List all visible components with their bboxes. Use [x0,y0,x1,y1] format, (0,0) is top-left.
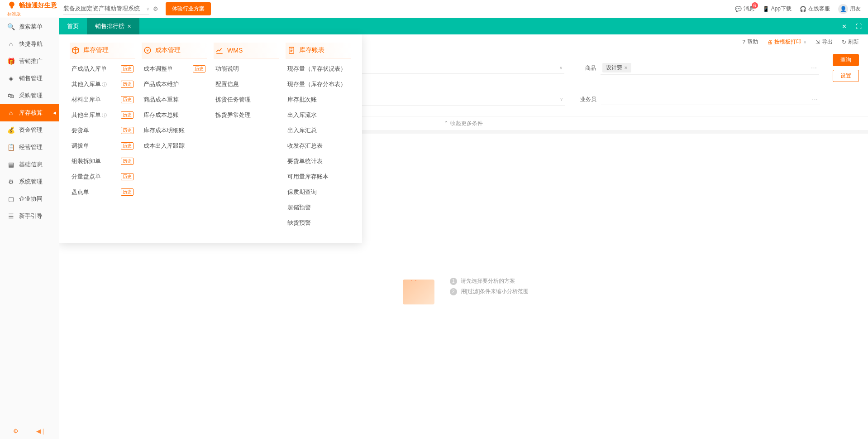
history-badge[interactable]: 历史 [121,142,134,150]
menu-item[interactable]: 现存量（库存分布表） [286,77,351,92]
history-badge[interactable]: 历史 [121,173,134,180]
menu-item[interactable]: 材料出库单历史 [70,92,135,107]
remove-tag-icon[interactable]: ✕ [624,65,628,70]
sidebar-item-sales[interactable]: ◈销售管理 [0,70,59,87]
print-template-button[interactable]: 🖨按模板打印∨ [767,38,806,46]
menu-item[interactable]: 可用量库存账本 [286,169,351,184]
help-button[interactable]: ?帮助 [742,38,758,46]
amount-dropdown[interactable]: 金额∨ [346,93,565,106]
more-icon[interactable]: ⋯ [812,96,818,102]
export-button[interactable]: ⇲导出 [816,38,833,46]
print-icon: 🖨 [767,39,773,45]
menu-item[interactable]: 超储预警 [286,200,351,215]
menu-item[interactable]: 库存批次账 [286,92,351,107]
close-icon[interactable]: ✕ [127,24,131,29]
menu-item[interactable]: 库存成本总账 [142,107,207,123]
settings-gear-icon[interactable]: ⚙ [153,5,158,12]
menu-item[interactable]: 要货单统计表 [286,154,351,169]
sidebar-item-basedata[interactable]: ▤基础信息 [0,156,59,173]
history-badge[interactable]: 历史 [121,81,134,88]
tab-home[interactable]: 首页 [59,18,87,34]
menu-item-label: 现存量（库存分布表） [287,80,346,88]
app-logo[interactable]: 畅捷通好生意 [7,1,59,10]
sidebar-item-label: 经营管理 [19,143,43,151]
tab-label: 首页 [67,22,79,30]
online-service-label: 在线客服 [808,5,830,13]
menu-item[interactable]: 现存量（库存状况表） [286,61,351,77]
menu-item[interactable]: 出入库汇总 [286,123,351,138]
history-badge[interactable]: 历史 [121,188,134,196]
sidebar-item-system[interactable]: ⚙系统管理 [0,173,59,190]
history-badge[interactable]: 历史 [121,111,134,119]
menu-item[interactable]: 其他出库单ⓘ历史 [70,107,135,123]
step-text: 用[过滤]条件来缩小分析范围 [461,288,529,295]
sidebar-item-inventory[interactable]: ⌂库存核算 [0,104,59,121]
online-service-link[interactable]: 🎧 在线客服 [800,5,830,13]
sidebar-item-marketing[interactable]: 🎁营销推广 [0,53,59,70]
sidebar-item-search[interactable]: 🔍搜索菜单 [0,18,59,35]
menu-item[interactable]: 配置信息 [214,77,279,92]
menu-item-label: 拣货异常处理 [215,111,251,119]
inventory-mega-menu: 库存管理 产成品入库单历史其他入库单ⓘ历史材料出库单历史其他出库单ⓘ历史要货单历… [59,34,362,243]
more-icon[interactable]: ⋯ [811,64,817,71]
sidebar-item-guide[interactable]: ☰新手引导 [0,207,59,225]
menu-item-label: 盘点单 [72,188,89,196]
menu-item[interactable]: 出入库流水 [286,107,351,123]
menu-col-header: WMS [214,43,279,58]
logo-icon [7,1,16,10]
menu-item[interactable]: 拣货任务管理 [214,92,279,107]
menu-item[interactable]: 组装拆卸单历史 [70,154,135,169]
fullscreen-icon[interactable]: ⛶ [854,21,863,32]
menu-item[interactable]: 要货单历史 [70,123,135,138]
history-badge[interactable]: 历史 [121,96,134,103]
menu-item[interactable]: 功能说明 [214,61,279,77]
sidebar-item-purchase[interactable]: 🛍采购管理 [0,87,59,104]
menu-item[interactable]: 拣货异常处理 [214,107,279,123]
history-badge[interactable]: 历史 [193,65,205,72]
history-badge[interactable]: 历史 [121,158,134,165]
settings-icon[interactable]: ⚙ [13,428,19,434]
menu-item[interactable]: 其他入库单ⓘ历史 [70,77,135,92]
menu-item[interactable]: 成本出入库跟踪 [142,138,207,154]
menu-item[interactable]: 产品成本维护 [142,77,207,92]
menu-item[interactable]: 缺货预警 [286,215,351,231]
sidebar-item-quicknav[interactable]: ⌂快捷导航 [0,35,59,53]
menu-item[interactable]: 收发存汇总表 [286,138,351,154]
salesperson-label: 业务员 [578,96,596,103]
menu-item[interactable]: 调拨单历史 [70,138,135,154]
messages-link[interactable]: 💬 消息 6 [735,5,754,13]
system-selector[interactable]: 装备及固定资产辅助管理系统 ∨ [63,3,149,15]
menu-item[interactable]: 保质期查询 [286,184,351,200]
menu-item-label: 其他出库单ⓘ [72,111,107,119]
header-actions: 💬 消息 6 📱 App下载 🎧 在线客服 👤 用友 [735,4,861,14]
logo-text: 畅捷通好生意 [19,1,57,10]
sidebar-item-finance[interactable]: 💰资金管理 [0,121,59,139]
filter-settings-button[interactable]: 设置 [833,70,859,82]
sidebar-item-label: 企业协同 [19,195,43,203]
menu-item[interactable]: 库存成本明细账 [142,123,207,138]
history-badge[interactable]: 历史 [121,127,134,134]
sidebar-item-operation[interactable]: 📋经营管理 [0,139,59,156]
tab-sales-ranking[interactable]: 销售排行榜 ✕ [87,18,139,34]
app-header: 畅捷通好生意 标准版 装备及固定资产辅助管理系统 ∨ ⚙ 体验行业方案 💬 消息… [0,0,868,18]
menu-col-header: 库存账表 [286,43,351,58]
menu-item[interactable]: 成本调整单历史 [142,61,207,77]
collapse-sidebar-icon[interactable]: ◀❘ [36,428,46,434]
history-badge[interactable]: 历史 [121,65,134,72]
menu-item[interactable]: 商品成本重算 [142,92,207,107]
sidebar-item-collab[interactable]: ▢企业协同 [0,190,59,207]
money-icon: 💰 [7,126,14,134]
menu-item[interactable]: 产成品入库单历史 [70,61,135,77]
query-button[interactable]: 查询 [833,54,859,66]
refresh-button[interactable]: ↻刷新 [842,38,859,46]
app-download-link[interactable]: 📱 App下载 [763,5,792,13]
product-field[interactable]: 设计费 ✕ ⋯ [601,61,819,75]
menu-item[interactable]: 分量盘点单历史 [70,169,135,184]
diamond-icon: ◈ [7,75,14,82]
user-menu[interactable]: 👤 用友 [838,4,861,14]
close-all-tabs-icon[interactable]: ✕ [840,21,849,32]
menu-item[interactable]: 盘点单历史 [70,184,135,200]
salesperson-field[interactable]: ⋯ [601,93,820,105]
experience-button[interactable]: 体验行业方案 [166,2,211,15]
clipboard-icon: 📋 [7,144,14,151]
